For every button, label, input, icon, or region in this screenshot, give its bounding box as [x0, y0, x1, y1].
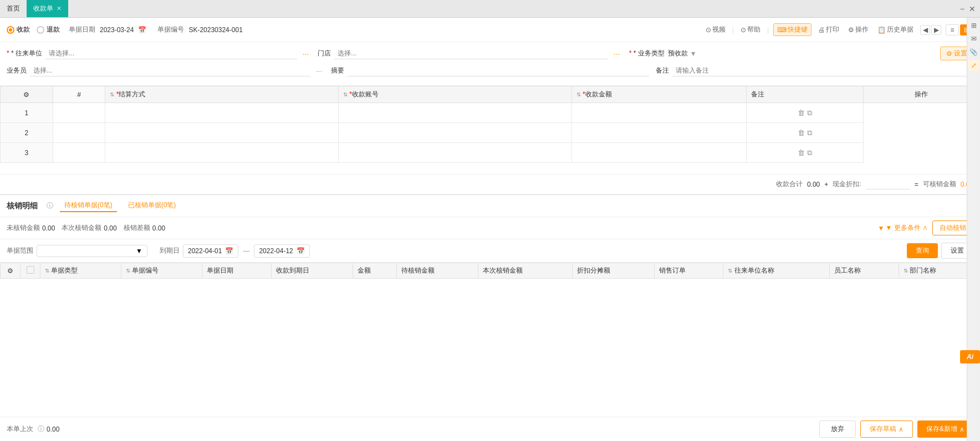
setting-label: 设置 [954, 49, 967, 58]
row-3-remark[interactable] [571, 143, 747, 163]
done-tab[interactable]: 已核销单据(0笔) [124, 199, 181, 212]
prev-value: 0.00 [47, 425, 59, 433]
more-conditions-button[interactable]: ▼ ▼ 更多条件 ∧ [878, 223, 928, 233]
row-3-amount[interactable] [339, 143, 572, 163]
more-conditions-label: ▼ 更多条件 ∧ [885, 223, 928, 233]
sidebar-envelope-icon[interactable]: ✉ [968, 33, 979, 44]
range-selector[interactable]: ▼ [37, 245, 147, 257]
row-3-settlement[interactable] [53, 143, 105, 163]
salesperson-input[interactable] [30, 65, 310, 76]
btcol-gear[interactable]: ⚙ [1, 263, 21, 279]
receipt-type-group: 收款 退款 [7, 25, 60, 34]
sidebar-expand-icon[interactable]: ⤢ [968, 60, 979, 71]
doc-date-calendar-icon[interactable]: 📅 [138, 26, 146, 34]
table-row: 3 🗑 ⧉ [1, 143, 980, 163]
business-type-field: * 业务类型 预收款 ▼ [629, 49, 933, 58]
btcol-date: 单据日期 [202, 263, 271, 279]
remark-input[interactable] [672, 65, 973, 76]
start-date-calendar-icon[interactable]: 📅 [225, 247, 233, 255]
row-2-amount[interactable] [339, 123, 572, 143]
counterparty-more-icon[interactable]: ··· [300, 49, 312, 58]
tab-close-icon[interactable]: ✕ [57, 5, 62, 12]
ai-badge[interactable]: Ai [960, 350, 980, 363]
history-button[interactable]: 📋 历史单据 [875, 24, 916, 35]
end-date-calendar-icon[interactable]: 📅 [297, 247, 305, 255]
list-view-icon[interactable]: ≡ [946, 24, 959, 35]
receipt-radio[interactable]: 收款 [7, 25, 30, 34]
return-radio-dot [37, 26, 44, 34]
row-2-copy-icon[interactable]: ⧉ [807, 129, 812, 137]
shortcut-label: 快捷键 [788, 25, 808, 34]
tab-home[interactable]: 首页 [0, 0, 27, 17]
close-icon[interactable]: ✕ [969, 4, 976, 13]
discount-input[interactable] [866, 179, 910, 189]
tab-receipt-label: 收款单 [33, 4, 53, 13]
help-button[interactable]: ⊙ 帮助 [738, 24, 763, 35]
verification-header: 核销明细 ⓘ 待核销单据(0笔) 已核销单据(0笔) [0, 195, 980, 217]
receipt-radio-label: 收款 [17, 25, 30, 34]
business-type-selector[interactable]: 预收款 ▼ [668, 49, 697, 58]
row-2-account[interactable] [105, 123, 339, 143]
end-date-input[interactable]: 2022-04-12 📅 [254, 244, 309, 258]
operation-button[interactable]: ⚙ 操作 [846, 24, 871, 35]
counterparty-input[interactable] [45, 48, 297, 59]
save-draft-label: 保存草稿 [870, 424, 896, 434]
bottom-table-container: ⚙ ⇅ 单据类型 ⇅ 单据编号 单据日期 收款到期日 金额 待核销金额 本次核销… [0, 263, 980, 417]
shortcut-button[interactable]: ⌨ 快捷键 [773, 23, 811, 36]
start-date-input[interactable]: 2022-04-01 📅 [183, 244, 238, 258]
info-icon[interactable]: ⓘ [47, 201, 53, 211]
print-button[interactable]: 🖨 打印 [816, 24, 841, 35]
store-label: 门店 [318, 49, 331, 58]
query-button[interactable]: 查询 [907, 243, 938, 258]
row-1-settlement[interactable] [53, 103, 105, 123]
tab-receipt[interactable]: 收款单 ✕ [27, 0, 68, 17]
footer-actions: 放弃 保存草稿 ∧ 保存&新增 ∧ [819, 421, 973, 438]
row-1-copy-icon[interactable]: ⧉ [807, 109, 812, 117]
row-1-delete-icon[interactable]: 🗑 [798, 109, 805, 117]
minimize-icon[interactable]: − [960, 4, 964, 13]
store-input[interactable] [334, 48, 608, 59]
doc-number-value: SK-20230324-001 [188, 26, 242, 34]
summary-input[interactable] [348, 65, 649, 76]
history-label: 历史单据 [887, 25, 913, 34]
row-3-copy-icon[interactable]: ⧉ [807, 148, 812, 157]
row-1-amount[interactable] [339, 103, 572, 123]
row-1-account[interactable] [105, 103, 339, 123]
prev-arrow[interactable]: ◀ [920, 25, 930, 35]
row-2-action: 🗑 ⧉ [747, 123, 863, 143]
btcol-amount: 金额 [353, 263, 396, 279]
row-3-delete-icon[interactable]: 🗑 [798, 148, 805, 157]
discard-button[interactable]: 放弃 [819, 421, 856, 438]
btcol-check [21, 263, 40, 279]
next-arrow[interactable]: ▶ [931, 25, 941, 35]
tab-home-label: 首页 [7, 4, 20, 13]
verification-section: 核销明细 ⓘ 待核销单据(0笔) 已核销单据(0笔) 未核销金额 0.00 本次… [0, 194, 980, 417]
row-3-account[interactable] [105, 143, 339, 163]
salesperson-more-icon[interactable]: ··· [314, 66, 325, 75]
divider-1: | [732, 26, 734, 34]
header-toolbar: 收款 退款 单据日期 2023-03-24 📅 单据编号 SK-20230324… [0, 18, 980, 42]
available-label: 可核销金额 [923, 180, 956, 189]
sidebar-table-icon[interactable]: ⊞ [968, 20, 979, 31]
nav-arrows: ◀ ▶ [920, 25, 941, 35]
doc-number-label: 单据编号 [157, 25, 184, 34]
row-1-remark[interactable] [571, 103, 747, 123]
business-type-chevron[interactable]: ▼ [690, 50, 697, 58]
counterparty-label: * 往来单位 [7, 49, 42, 58]
store-more-icon[interactable]: ··· [611, 49, 622, 58]
footer-info-icon[interactable]: ⓘ [38, 424, 44, 434]
row-2-settlement[interactable] [53, 123, 105, 143]
save-draft-button[interactable]: 保存草稿 ∧ [860, 421, 913, 438]
pending-tab[interactable]: 待核销单据(0笔) [60, 199, 117, 212]
col-header-gear[interactable]: ⚙ [1, 86, 53, 103]
return-radio[interactable]: 退款 [37, 25, 60, 34]
row-2-delete-icon[interactable]: 🗑 [798, 129, 805, 137]
save-new-button[interactable]: 保存&新增 ∧ [917, 421, 973, 438]
video-button[interactable]: ⊙ 视频 [703, 24, 728, 35]
row-2-remark[interactable] [571, 123, 747, 143]
verification-title: 核销明细 [7, 201, 38, 211]
sidebar-attach-icon[interactable]: 📎 [968, 47, 979, 58]
btcol-pending: 待核销金额 [396, 263, 478, 279]
select-all-checkbox[interactable] [27, 266, 34, 274]
doc-date-label: 单据日期 [69, 25, 95, 34]
